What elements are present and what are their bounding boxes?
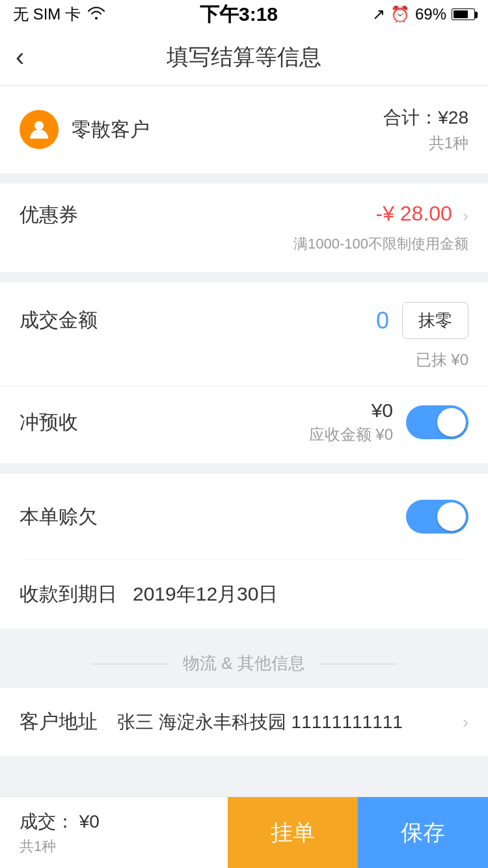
duedate-label: 收款到期日 [20, 581, 117, 608]
prereceive-amount: ¥0 [309, 400, 393, 422]
battery-icon [452, 8, 475, 20]
debt-toggle-knob [437, 502, 466, 531]
debt-row: 本单赊欠 [0, 474, 488, 560]
logistics-header: 物流 & 其他信息 [0, 639, 488, 688]
user-icon [27, 118, 51, 141]
address-value: 张三 海淀永丰科技园 11111111111 [117, 710, 456, 735]
amount-right: 0 抹零 [363, 302, 468, 339]
address-row[interactable]: 客户地址 张三 海淀永丰科技园 11111111111 › [0, 688, 488, 756]
bottom-bar: 成交： ¥0 共1种 挂单 保存 [0, 796, 488, 868]
address-chevron-icon: › [463, 712, 468, 733]
amount-label: 成交金额 [20, 307, 98, 334]
prereceive-toggle[interactable] [406, 405, 468, 439]
customer-card: 零散客户 合计：¥28 共1种 [0, 86, 488, 173]
nav-bar: ‹ 填写结算等信息 [0, 29, 488, 86]
back-button[interactable]: ‹ [16, 42, 24, 72]
prereceive-sub: 应收金额 ¥0 [309, 424, 393, 445]
coupon-top: 优惠券 -¥ 28.00 › [20, 202, 468, 228]
status-bar-time: 下午3:18 [200, 1, 278, 28]
amount-section: 成交金额 0 抹零 已抹 ¥0 冲预收 ¥0 应收金额 ¥0 [0, 282, 488, 463]
prereceive-right: ¥0 应收金额 ¥0 [309, 400, 468, 445]
coupon-desc: 满1000-100不限制使用金额 [293, 236, 468, 252]
address-label: 客户地址 [20, 709, 98, 735]
amount-already-rounded: 已抹 ¥0 [416, 349, 468, 370]
amount-row: 成交金额 0 抹零 [0, 282, 488, 349]
bottom-summary-amount: 成交： ¥0 [20, 809, 208, 834]
prereceive-label: 冲预收 [20, 409, 78, 436]
svg-point-0 [34, 121, 44, 130]
customer-row: 零散客户 合计：¥28 共1种 [0, 86, 488, 173]
save-button[interactable]: 保存 [358, 797, 488, 869]
duedate-value: 2019年12月30日 [133, 581, 278, 608]
toggle-knob [437, 408, 466, 437]
customer-left: 零散客户 [20, 110, 150, 149]
coupon-amount: -¥ 28.00 [375, 202, 452, 225]
round-zero-button[interactable]: 抹零 [402, 302, 468, 339]
amount-input[interactable]: 0 [363, 307, 389, 334]
coupon-card[interactable]: 优惠券 -¥ 28.00 › 满1000-100不限制使用金额 [0, 183, 488, 272]
avatar [20, 110, 59, 149]
total-count: 共1种 [383, 133, 468, 154]
status-bar: 无 SIM 卡 下午3:18 ↗ ⏰ 69% [0, 0, 488, 29]
debt-label: 本单赊欠 [20, 504, 98, 530]
customer-name: 零散客户 [72, 116, 150, 143]
duedate-row: 收款到期日 2019年12月30日 [0, 560, 488, 629]
coupon-label: 优惠券 [20, 202, 78, 228]
logistics-header-text: 物流 & 其他信息 [170, 652, 318, 675]
total-amount: 合计：¥28 [383, 105, 468, 130]
prereceive-values: ¥0 应收金额 ¥0 [309, 400, 393, 445]
coupon-right: -¥ 28.00 › [375, 202, 468, 226]
bottom-summary: 成交： ¥0 共1种 [0, 809, 228, 856]
sim-text: 无 SIM 卡 [13, 4, 81, 25]
hang-order-button[interactable]: 挂单 [228, 797, 358, 869]
main-content: 零散客户 合计：¥28 共1种 优惠券 -¥ 28.00 › 满1000-100… [0, 86, 488, 845]
page-title: 填写结算等信息 [167, 42, 321, 72]
wifi-icon [87, 5, 105, 23]
location-icon: ↗ [372, 5, 385, 23]
battery-percent: 69% [415, 5, 446, 23]
address-card[interactable]: 客户地址 张三 海淀永丰科技园 11111111111 › [0, 688, 488, 756]
prereceive-row: 冲预收 ¥0 应收金额 ¥0 [0, 387, 488, 463]
status-bar-right: ↗ ⏰ 69% [372, 5, 475, 23]
alarm-icon: ⏰ [390, 5, 410, 23]
amount-sub-row: 已抹 ¥0 [0, 349, 488, 386]
status-bar-left: 无 SIM 卡 [13, 4, 105, 25]
chevron-right-icon: › [463, 206, 468, 226]
debt-toggle[interactable] [406, 500, 468, 534]
coupon-row[interactable]: 优惠券 -¥ 28.00 › 满1000-100不限制使用金额 [0, 183, 488, 272]
bottom-summary-count: 共1种 [20, 837, 208, 856]
debt-card: 本单赊欠 收款到期日 2019年12月30日 [0, 474, 488, 629]
customer-right: 合计：¥28 共1种 [383, 105, 468, 154]
